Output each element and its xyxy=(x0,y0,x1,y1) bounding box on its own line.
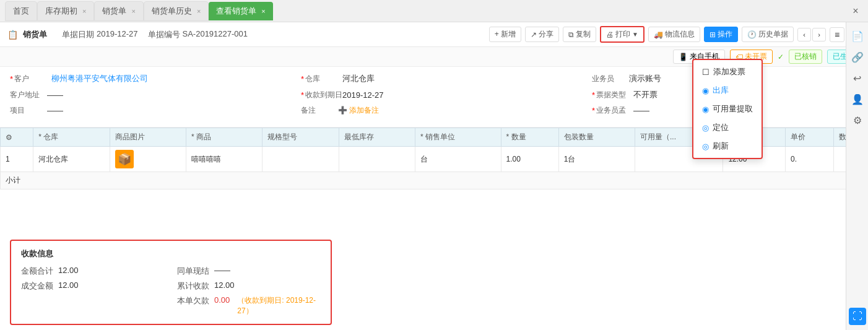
col-product: * 商品 xyxy=(186,128,262,147)
verified-badge[interactable]: 已核销 xyxy=(789,50,822,64)
next-button[interactable]: › xyxy=(812,28,826,41)
sidebar-user-icon[interactable]: 👤 xyxy=(849,90,866,108)
refresh-icon: ◎ xyxy=(702,142,709,151)
col-warehouse: * 仓库 xyxy=(33,128,110,147)
cell-spec xyxy=(263,147,339,172)
subtotal-row: 小计 xyxy=(1,172,868,189)
doc-icon: 📋 xyxy=(7,30,18,40)
warehouse-label: 仓库 xyxy=(305,74,342,84)
truck-icon: 🚚 xyxy=(654,30,663,39)
print-button[interactable]: 🖨 打印 ▼ xyxy=(600,26,644,43)
radio-icon: ◉ xyxy=(702,86,709,95)
product-image: 📦 xyxy=(115,150,134,168)
share-button[interactable]: ↗ 分享 xyxy=(525,27,559,42)
address-field: 客户地址 —— xyxy=(10,90,276,100)
list-view-button[interactable]: ≡ xyxy=(830,27,844,42)
tab-inventory-init[interactable]: 库存期初 × xyxy=(37,1,94,21)
close-icon[interactable]: × xyxy=(131,7,135,15)
toolbar: 📋 销货单 单据日期 2019-12-27 单据编号 SA-20191227-0… xyxy=(0,22,868,47)
tab-home[interactable]: 首页 xyxy=(5,1,37,21)
staff-value: 演示账号 xyxy=(629,73,661,84)
copy-icon: ⧉ xyxy=(568,30,574,39)
dropdown-refresh[interactable]: ◎ 刷新 xyxy=(693,137,762,155)
sidebar-return-icon[interactable]: ↩ xyxy=(849,69,866,87)
required-marker: * xyxy=(10,74,13,84)
note-label: 备注 xyxy=(301,105,338,116)
cell-pkg-qty: 1台 xyxy=(558,147,635,172)
cumulative-label: 累计收款 xyxy=(177,280,209,292)
right-sidebar: 📄 🔗 ↩ 👤 ⚙ ⛶ xyxy=(846,22,868,330)
cell-seq: 1 xyxy=(1,147,33,172)
settlement-label: 同单现结 xyxy=(177,266,209,277)
customer-value[interactable]: 柳州粤港平安气体有限公司 xyxy=(51,73,148,84)
operation-button[interactable]: ⊞ 操作 xyxy=(704,27,738,42)
transaction-value: 12.00 xyxy=(58,280,79,292)
dropdown-add-invoice[interactable]: ☐ 添加发票 xyxy=(693,63,762,81)
payment-title: 收款信息 xyxy=(21,248,321,259)
dropdown-locate[interactable]: ◎ 定位 xyxy=(693,118,762,137)
doc-title: 销货单 xyxy=(23,29,47,40)
checkbox-icon: ☐ xyxy=(702,67,710,77)
due-date-field: * 收款到期日 2019-12-27 xyxy=(301,90,567,100)
add-note-button[interactable]: ➕ 添加备注 xyxy=(338,105,379,116)
cell-warehouse: 河北仓库 xyxy=(33,147,110,172)
col-unit: * 销售单位 xyxy=(415,128,501,147)
cell-product: 嘻嘻嘻嘻 xyxy=(186,147,262,172)
sidebar-settings-icon[interactable]: ⚙ xyxy=(849,111,866,129)
transaction-row: 成交金额 12.00 xyxy=(21,280,165,292)
copy-button[interactable]: ⧉ 复制 xyxy=(563,27,596,42)
tab-bar: 首页 库存期初 × 销货单 × 销货单历史 × 查看销货单 × × xyxy=(0,0,868,22)
toolbar-right: + 新增 ↗ 分享 ⧉ 复制 🖨 打印 ▼ 🚚 物流信息 xyxy=(489,26,861,43)
due-date-label: 收款到期日 xyxy=(305,90,342,100)
project-field: 项目 —— xyxy=(10,105,276,116)
dropdown-arrow-icon: ▼ xyxy=(632,31,638,38)
customer-field: * 客户 柳州粤港平安气体有限公司 xyxy=(10,73,276,84)
dropdown-outbound[interactable]: ◉ 出库 xyxy=(693,81,762,100)
note-field: 备注 ➕ 添加备注 xyxy=(301,105,567,116)
close-icon[interactable]: × xyxy=(197,7,201,15)
cell-price: 0. xyxy=(786,147,834,172)
sidebar-doc-icon[interactable]: 📄 xyxy=(849,27,866,45)
close-icon[interactable]: × xyxy=(82,7,86,15)
share-icon: ↗ xyxy=(531,30,537,39)
required-marker: * xyxy=(592,106,595,115)
close-icon[interactable]: × xyxy=(261,7,265,15)
logistics-button[interactable]: 🚚 物流信息 xyxy=(648,27,700,42)
operation-dropdown: ☐ 添加发票 ◉ 出库 ◉ 可用量提取 ◎ 定位 ◎ 刷新 xyxy=(692,59,763,159)
doc-number: 单据编号 SA-20191227-001 xyxy=(148,29,248,40)
tab-sales-history[interactable]: 销货单历史 × xyxy=(144,1,209,21)
ticket-label: 票据类型 xyxy=(596,90,633,100)
phone-icon: 📱 xyxy=(679,53,688,61)
sales-staff-label: 业务员孟 xyxy=(596,105,633,116)
col-pkg-qty: 包装数量 xyxy=(558,128,635,147)
total-value: 12.00 xyxy=(58,266,79,277)
settlement-row: 同单现结 —— xyxy=(177,266,321,277)
tab-sales-order[interactable]: 销货单 × xyxy=(94,1,143,21)
address-label: 客户地址 xyxy=(10,90,47,100)
new-button[interactable]: + 新增 xyxy=(489,27,521,42)
col-spec: 规格型号 xyxy=(263,128,339,147)
sidebar-link-icon[interactable]: 🔗 xyxy=(849,48,866,66)
window-close-button[interactable]: × xyxy=(848,4,863,19)
prev-button[interactable]: ‹ xyxy=(797,28,811,41)
sidebar-expand-button[interactable]: ⛶ xyxy=(849,308,866,325)
print-icon: 🖨 xyxy=(606,30,614,39)
tab-view-sales[interactable]: 查看销货单 × xyxy=(209,2,272,20)
doc-meta: 单据日期 2019-12-27 单据编号 SA-20191227-001 xyxy=(62,29,248,40)
col-min-stock: 最低库存 xyxy=(339,128,415,147)
required-marker: * xyxy=(301,90,304,100)
address-value: —— xyxy=(47,90,63,100)
cumulative-value: 12.00 xyxy=(214,280,235,292)
dropdown-avail-qty[interactable]: ◉ 可用量提取 xyxy=(693,100,762,118)
cell-min-stock xyxy=(339,147,415,172)
total-label: 金额合计 xyxy=(21,266,53,277)
transaction-label: 成交金额 xyxy=(21,280,53,292)
history-button[interactable]: 🕐 历史单据 xyxy=(742,27,794,42)
col-image: 商品图片 xyxy=(110,128,186,147)
customer-label: 客户 xyxy=(14,74,51,84)
required-marker: * xyxy=(592,90,595,100)
cell-unit: 台 xyxy=(415,147,501,172)
cell-qty: 1.00 xyxy=(501,147,558,172)
arrears-value: 0.00 xyxy=(214,295,230,316)
total-row: 金额合计 12.00 xyxy=(21,266,165,277)
